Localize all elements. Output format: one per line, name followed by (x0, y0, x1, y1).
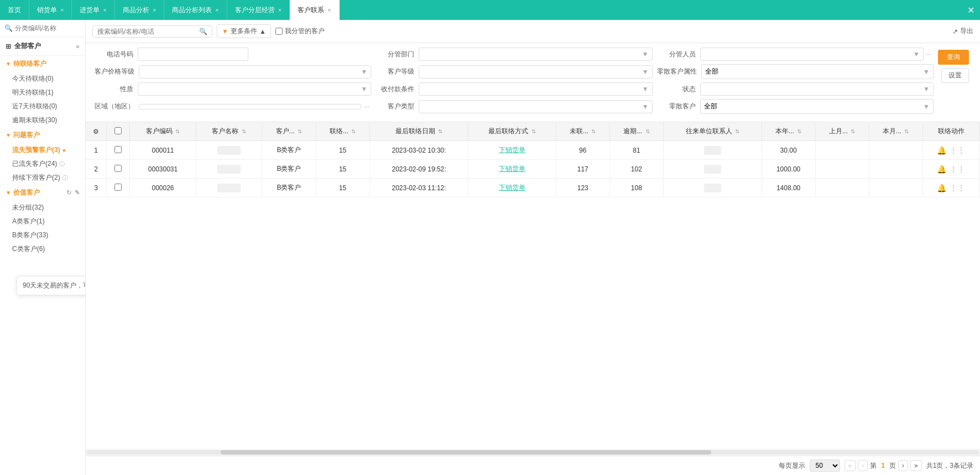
edit-icon[interactable]: ✎ (75, 189, 80, 196)
th-last-date[interactable]: 最后联络日期 ⇅ (369, 122, 468, 141)
next-page-button[interactable]: › (898, 460, 908, 471)
th-contact-person[interactable]: 往来单位联系人 ⇅ (663, 122, 762, 141)
horizontal-scrollbar[interactable] (86, 449, 980, 456)
prev-page-button[interactable]: ‹ (858, 460, 868, 471)
tab-customer-link[interactable]: 客户联系 × (290, 0, 339, 20)
close-tab-sales[interactable]: × (60, 7, 64, 13)
main-search-icon[interactable]: 🔍 (199, 28, 207, 35)
row-last-method[interactable]: 下销货单 (468, 160, 556, 179)
sidebar-collapse-icon[interactable]: « (76, 43, 80, 50)
status-select[interactable]: ▼ (700, 82, 934, 96)
customer-type-select[interactable]: ▼ (419, 100, 652, 113)
dept-select[interactable]: ▼ (419, 48, 652, 61)
chevron-down-icon-6: ▼ (361, 85, 367, 93)
payment-select[interactable]: ▼ (419, 82, 652, 96)
table-row: 1 000011 B类客户 15 2023-03-02 10:30: 下销货单 … (86, 141, 980, 160)
sidebar-search-icon: 🔍 (4, 24, 13, 32)
query-button[interactable]: 查询 (938, 50, 969, 65)
settings-button[interactable]: 设置 (941, 68, 969, 83)
zero-attr-select[interactable]: 全部 ▼ (701, 64, 934, 79)
row-code: 00030031 (130, 160, 196, 179)
phone-input[interactable] (138, 48, 248, 61)
action-more-icon[interactable]: ⋮⋮ (950, 146, 965, 155)
region-select[interactable] (139, 104, 361, 109)
sidebar-item-today-pending[interactable]: 今天待联络(0) (0, 72, 85, 86)
close-tab-customer-link[interactable]: × (327, 7, 331, 13)
row-checkbox[interactable] (107, 141, 130, 160)
sidebar-search-input[interactable] (15, 24, 86, 32)
customer-level-select[interactable]: ▼ (419, 65, 652, 79)
tab-goods-analysis[interactable]: 商品分析 × (115, 0, 164, 20)
grid-icon: ⊞ (6, 43, 11, 50)
export-button[interactable]: ↗ 导出 (952, 27, 973, 36)
main-search-input[interactable] (97, 28, 197, 35)
close-tab-customer-segment[interactable]: × (278, 7, 282, 13)
export-icon: ↗ (952, 28, 958, 35)
close-all-tabs[interactable]: ✕ (967, 5, 974, 15)
tab-home[interactable]: 首页 (0, 0, 29, 20)
th-last-method[interactable]: 最后联络方式 ⇅ (468, 122, 556, 141)
row-last-date: 2023-03-02 10:30: (369, 141, 468, 160)
sidebar-all-customers-header[interactable]: ⊞ 全部客户 « (0, 37, 85, 56)
first-page-button[interactable]: « (845, 460, 856, 471)
more-filter-button[interactable]: ▼ 更多条件 ▲ (217, 24, 271, 38)
row-last-method[interactable]: 下销货单 (468, 179, 556, 197)
sidebar-item-churned[interactable]: 已流失客户(24) ⓘ (0, 157, 85, 171)
sidebar-group-value[interactable]: ▼ 价值客户 ↻ ✎ (0, 185, 85, 201)
region-more-icon[interactable]: ··· (361, 103, 371, 111)
action-contact-icon[interactable]: 🔔 (937, 165, 946, 174)
person-select[interactable]: ▼ (700, 48, 924, 61)
th-this-month[interactable]: 本月... ⇅ (869, 122, 922, 141)
row-code: 000026 (130, 179, 196, 197)
row-index: 2 (86, 160, 107, 179)
tab-customer-segment[interactable]: 客户分层经营 × (227, 0, 290, 20)
action-contact-icon[interactable]: 🔔 (937, 184, 946, 192)
row-type: B类客户 (262, 179, 316, 197)
sidebar-item-churn-warning[interactable]: 流失预警客户(3) ● (0, 143, 85, 157)
price-level-select[interactable]: ▼ (139, 65, 371, 79)
sidebar-item-a-class[interactable]: A类客户(1) (0, 215, 85, 228)
more-options-icon[interactable]: ··· (924, 50, 934, 58)
sidebar-item-b-class[interactable]: B类客户(33) (0, 228, 85, 242)
th-code[interactable]: 客户编码 ⇅ (130, 122, 196, 141)
sidebar-group-pending[interactable]: ▼ 待联络客户 (0, 56, 85, 72)
sidebar-group-problem[interactable]: ▼ 问题客户 (0, 127, 85, 143)
action-more-icon[interactable]: ⋮⋮ (950, 184, 965, 192)
row-checkbox[interactable] (107, 179, 130, 197)
th-settings[interactable]: ⚙ (86, 122, 107, 141)
sidebar-item-overdue-pending[interactable]: 逾期未联络(30) (0, 113, 85, 127)
th-name[interactable]: 客户名称 ⇅ (196, 122, 262, 141)
tab-sales[interactable]: 销货单 × (29, 0, 72, 20)
close-tab-goods-analysis-list[interactable]: × (215, 7, 218, 13)
sidebar-item-7days-pending[interactable]: 近7天待联络(0) (0, 100, 85, 113)
sidebar-item-declining[interactable]: 持续下滑客户(2) ⓘ (0, 171, 85, 185)
close-tab-purchase[interactable]: × (103, 7, 106, 13)
chevron-down-icon-3: ▼ (361, 68, 367, 76)
my-customers-checkbox[interactable] (275, 28, 283, 35)
th-this-year[interactable]: 本年... ⇅ (762, 122, 815, 141)
action-more-icon[interactable]: ⋮⋮ (950, 165, 965, 174)
th-last-month[interactable]: 上月... ⇅ (815, 122, 869, 141)
tab-purchase[interactable]: 进货单 × (72, 0, 114, 20)
zero-customer-select[interactable]: 全部 ▼ (700, 99, 934, 114)
action-contact-icon[interactable]: 🔔 (937, 146, 946, 155)
page-size-select[interactable]: 50 100 200 (810, 460, 840, 472)
row-last-method[interactable]: 下销货单 (468, 141, 556, 160)
sidebar-item-c-class[interactable]: C类客户(6) (0, 242, 85, 256)
th-overdue[interactable]: 逾期... ⇅ (609, 122, 663, 141)
filter-zero-attr: 零散客户属性 全部 ▼ (657, 64, 934, 79)
sidebar-item-tomorrow-pending[interactable]: 明天待联络(1) (0, 86, 85, 100)
tab-goods-analysis-list[interactable]: 商品分析列表 × (164, 0, 227, 20)
refresh-icon[interactable]: ↻ (66, 189, 71, 196)
th-type[interactable]: 客户... ⇅ (262, 122, 316, 141)
select-all-checkbox[interactable] (114, 127, 122, 134)
chevron-down-icon-7: ▼ (642, 85, 649, 93)
last-page-button[interactable]: » (910, 460, 922, 471)
nature-select[interactable]: ▼ (138, 82, 371, 96)
sidebar-item-ungroup[interactable]: 未分组(32) (0, 201, 85, 215)
th-uncontacted[interactable]: 未联... ⇅ (556, 122, 609, 141)
th-contact[interactable]: 联络... ⇅ (316, 122, 369, 141)
row-checkbox[interactable] (107, 160, 130, 179)
close-tab-goods-analysis[interactable]: × (153, 7, 156, 13)
scrollbar-thumb[interactable] (221, 450, 711, 455)
